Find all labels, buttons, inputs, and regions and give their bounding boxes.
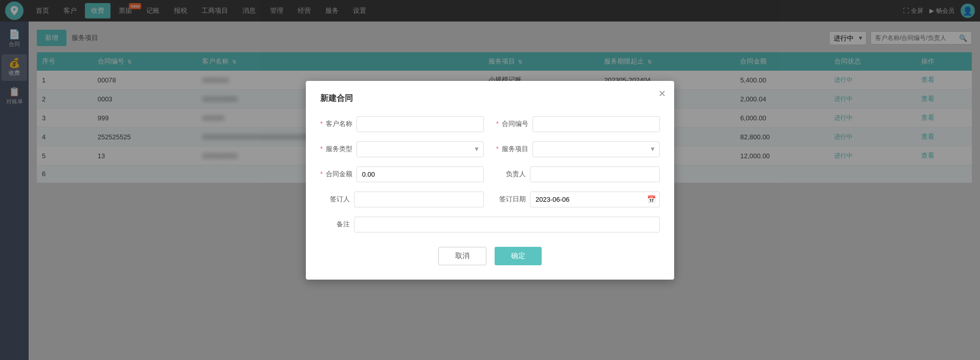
required-service-item: * bbox=[496, 145, 499, 153]
required-amount: * bbox=[320, 170, 323, 178]
service-item-select-wrap: ▼ bbox=[532, 141, 660, 157]
form-row-4: 签订人 签订日期 📅 bbox=[320, 192, 660, 207]
field-responsible: 负责人 bbox=[496, 166, 660, 182]
cancel-button[interactable]: 取消 bbox=[438, 247, 486, 265]
signer-label: 签订人 bbox=[320, 195, 350, 204]
service-type-select[interactable] bbox=[357, 141, 484, 157]
customer-name-label: * 客户名称 bbox=[320, 119, 352, 129]
notes-input[interactable] bbox=[354, 217, 660, 232]
field-customer-name: * 客户名称 bbox=[320, 116, 484, 132]
form-row-3: * 合同金额 负责人 bbox=[320, 166, 660, 182]
amount-input[interactable] bbox=[357, 166, 484, 182]
field-signer: 签订人 bbox=[320, 192, 484, 207]
modal-close-button[interactable]: ✕ bbox=[658, 88, 666, 99]
service-type-label: * 服务类型 bbox=[320, 144, 352, 154]
amount-label: * 合同金额 bbox=[320, 170, 352, 179]
form-row-5: 备注 bbox=[320, 217, 660, 232]
required-contract-no: * bbox=[496, 120, 499, 128]
sign-date-input[interactable] bbox=[530, 192, 660, 207]
notes-label: 备注 bbox=[320, 220, 350, 229]
service-type-select-wrap: ▼ bbox=[357, 141, 484, 157]
required-customer: * bbox=[320, 120, 323, 128]
required-service-type: * bbox=[320, 145, 323, 153]
service-item-select[interactable] bbox=[532, 141, 660, 157]
customer-name-input[interactable] bbox=[357, 116, 484, 132]
service-item-label: * 服务项目 bbox=[496, 144, 528, 154]
modal-footer: 取消 确定 bbox=[320, 247, 660, 265]
field-sign-date: 签订日期 📅 bbox=[496, 192, 660, 207]
contract-no-input[interactable] bbox=[532, 116, 660, 132]
modal-title: 新建合同 bbox=[320, 93, 660, 104]
sign-date-label: 签订日期 bbox=[496, 195, 526, 204]
field-notes: 备注 bbox=[320, 217, 660, 232]
new-contract-modal: 新建合同 ✕ * 客户名称 * 合同编号 bbox=[306, 81, 674, 280]
responsible-label: 负责人 bbox=[496, 170, 526, 179]
field-contract-no: * 合同编号 bbox=[496, 116, 660, 132]
form-row-2: * 服务类型 ▼ * 服务项目 bbox=[320, 141, 660, 157]
contract-no-label: * 合同编号 bbox=[496, 119, 528, 129]
calendar-icon[interactable]: 📅 bbox=[647, 195, 656, 203]
field-service-type: * 服务类型 ▼ bbox=[320, 141, 484, 157]
field-service-item: * 服务项目 ▼ bbox=[496, 141, 660, 157]
responsible-input[interactable] bbox=[530, 166, 660, 182]
modal-overlay[interactable]: 新建合同 ✕ * 客户名称 * 合同编号 bbox=[0, 0, 980, 360]
confirm-button[interactable]: 确定 bbox=[495, 247, 542, 265]
field-amount: * 合同金额 bbox=[320, 166, 484, 182]
sign-date-wrap: 📅 bbox=[530, 192, 660, 207]
form-row-1: * 客户名称 * 合同编号 bbox=[320, 116, 660, 132]
signer-input[interactable] bbox=[354, 192, 484, 207]
